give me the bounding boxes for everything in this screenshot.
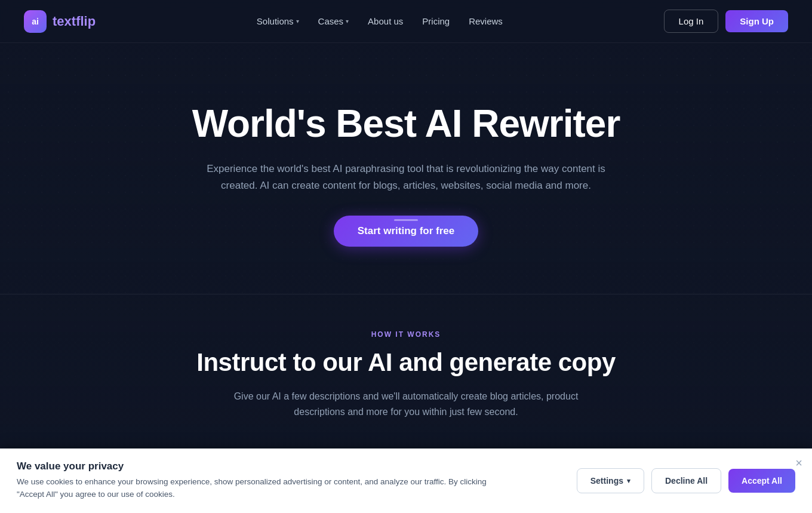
chevron-down-icon: ▾ [296, 18, 299, 24]
navbar: ai textflip Solutions ▾ Cases ▾ About us… [0, 0, 812, 43]
nav-item-cases[interactable]: Cases ▾ [318, 16, 349, 26]
chevron-down-icon: ▾ [346, 18, 349, 24]
cookie-accept-button[interactable]: Accept All [728, 469, 795, 493]
cookie-actions: Settings ▾ Decline All Accept All [577, 468, 795, 493]
section-subtitle: Give our AI a few descriptions and we'll… [215, 389, 597, 420]
cookie-title: We value your privacy [17, 460, 562, 472]
section-tag: HOW IT WORKS [24, 330, 788, 339]
cookie-body: We use cookies to enhance your browsing … [17, 476, 506, 501]
hero-subtitle: Experience the world's best AI paraphras… [203, 161, 609, 194]
cookie-banner: × We value your privacy We use cookies t… [0, 449, 812, 513]
nav-item-pricing[interactable]: Pricing [422, 16, 450, 26]
navbar-actions: Log In Sign Up [664, 10, 788, 33]
cookie-text-block: We value your privacy We use cookies to … [17, 460, 562, 501]
hero-title: World's Best AI Rewriter [192, 102, 620, 146]
cookie-decline-button[interactable]: Decline All [651, 468, 721, 493]
cookie-close-button[interactable]: × [795, 457, 802, 469]
nav-item-about[interactable]: About us [368, 16, 403, 26]
nav-item-solutions[interactable]: Solutions ▾ [257, 16, 299, 26]
nav-item-reviews[interactable]: Reviews [469, 16, 503, 26]
section-title: Instruct to our AI and generate copy [24, 348, 788, 377]
signup-button[interactable]: Sign Up [725, 10, 788, 32]
nav-menu: Solutions ▾ Cases ▾ About us Pricing Rev… [257, 16, 503, 26]
logo-text: textflip [53, 14, 96, 29]
logo-icon: ai [24, 10, 47, 33]
login-button[interactable]: Log In [664, 10, 719, 33]
hero-section: World's Best AI Rewriter Experience the … [0, 43, 812, 294]
chevron-down-icon: ▾ [627, 477, 630, 485]
cta-button[interactable]: Start writing for free [334, 216, 478, 247]
logo[interactable]: ai textflip [24, 10, 96, 33]
cookie-settings-button[interactable]: Settings ▾ [577, 468, 644, 493]
